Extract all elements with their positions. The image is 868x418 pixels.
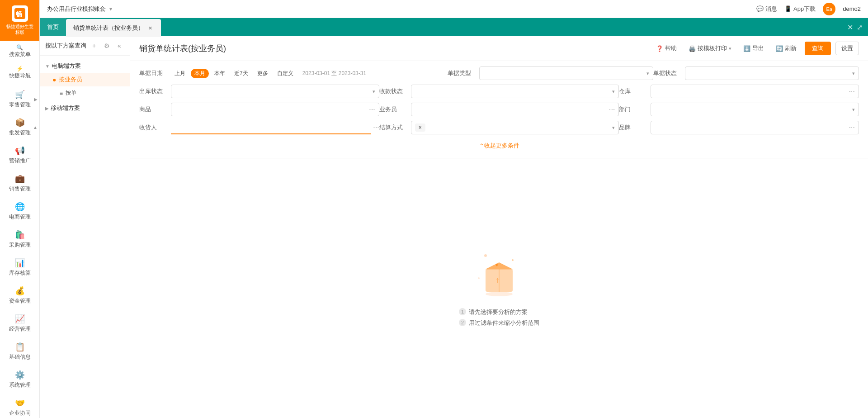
export-label: 导出 (752, 44, 764, 52)
product-dots-icon[interactable]: ··· (369, 105, 375, 114)
page-title: 销货单统计表(按业务员) (139, 43, 226, 54)
chevron-down-icon-3: ▾ (373, 89, 375, 95)
chevron-down-icon: ▾ (646, 71, 649, 76)
avatar-label: Ea (826, 6, 832, 12)
receiver-input[interactable] (171, 121, 371, 134)
filter-area: 单据日期 上月 本月 本年 近7天 更多 自定义 2023-03-01 至 20… (130, 61, 868, 158)
sidebar-item-retail[interactable]: 🛒 零售管理 ▶ (0, 85, 39, 113)
filter-row-1: 单据日期 上月 本月 本年 近7天 更多 自定义 2023-03-01 至 20… (139, 66, 859, 80)
refresh-label: 刷新 (785, 44, 797, 52)
sidebar-item-ecommerce[interactable]: 🌐 电商管理 (0, 197, 39, 225)
print-button[interactable]: 🖨️ 按模板打印 ▾ (685, 43, 735, 54)
receiver-dots-icon[interactable]: ··· (373, 124, 379, 132)
add-scheme-button[interactable]: + (89, 41, 99, 51)
workspace-title: 办公用品行业模拟账套 (47, 5, 106, 13)
date-tab-this-year[interactable]: 本年 (211, 69, 229, 78)
settings-button[interactable]: 设置 (835, 42, 859, 55)
svg-point-4 (478, 277, 480, 279)
svg-point-11 (486, 292, 513, 296)
tree-group-mobile-header[interactable]: ▶ 移动端方案 (40, 101, 130, 115)
main-content: ✦ ↑ 1 请先选择要分析的方案 2 (130, 158, 868, 418)
sidebar-item-shortcut[interactable]: ⚡ 快捷导航 (0, 62, 39, 83)
date-tab-7days[interactable]: 近7天 (231, 69, 252, 78)
tabbar: 首页 销货单统计表（按业务员） ✕ ✕ ⤢ (40, 18, 868, 36)
out-status-label: 出库状态 (139, 87, 171, 95)
message-button[interactable]: 💬 消息 (756, 5, 777, 13)
brand-select[interactable]: ··· (651, 121, 859, 134)
order-status-select[interactable]: ▾ (685, 66, 859, 80)
sidebar-item-operations[interactable]: 📈 经营管理 (0, 309, 39, 337)
tree-item-by-order[interactable]: ≡ 按单 (40, 86, 130, 100)
sidebar-item-basic[interactable]: 📋 基础信息 (0, 337, 39, 366)
sidebar-item-enterprise[interactable]: 🤝 企业协同 (0, 394, 39, 418)
system-icon: ⚙️ (15, 370, 25, 380)
sidebar-item-label: 系统管理 (9, 381, 31, 389)
filter-field-dept: 部门 ▾ (619, 103, 859, 116)
chevron-down-icon-2: ▾ (852, 71, 855, 76)
tab-report[interactable]: 销货单统计表（按业务员） ✕ (66, 19, 161, 37)
filter-field-warehouse: 仓库 ··· (619, 85, 859, 98)
refresh-button[interactable]: 🔄 刷新 (772, 43, 800, 54)
print-dropdown-icon: ▾ (729, 46, 731, 52)
wholesale-icon: 📦 (15, 118, 25, 128)
close-window-icon[interactable]: ✕ (847, 23, 853, 32)
sidebar-item-label: 零售管理 (9, 101, 31, 109)
export-icon: ⬇️ (743, 45, 750, 52)
message-icon: 💬 (756, 5, 764, 12)
finance-icon: 💰 (15, 286, 25, 296)
warehouse-dots-icon[interactable]: ··· (849, 87, 855, 95)
main-area: 办公用品行业模拟账套 ▾ 💬 消息 📱 App下载 Ea demo2 首页 销货… (40, 0, 868, 418)
tree-item-by-salesman[interactable]: ● 按业务员 (40, 73, 130, 86)
order-status-label: 单据状态 (653, 69, 685, 77)
sidebar-item-search[interactable]: 🔍 搜索菜单 (0, 41, 39, 62)
date-tab-more[interactable]: 更多 (254, 69, 272, 78)
salesman-select[interactable]: ··· (411, 103, 619, 116)
date-tab-last-month[interactable]: 上月 (171, 69, 189, 78)
help-button[interactable]: ❓ 帮助 (652, 43, 680, 54)
settlement-tag: × (415, 124, 425, 132)
scheme-settings-button[interactable]: ⚙ (102, 41, 112, 51)
sidebar-item-label: 经营管理 (9, 325, 31, 333)
sidebar: 畅 畅捷通好生意标版 🔍 搜索菜单 ⚡ 快捷导航 🛒 零售管理 ▶ 📦 批发管理… (0, 0, 40, 418)
warehouse-select[interactable]: ··· (651, 85, 859, 98)
tab-close-icon[interactable]: ✕ (146, 24, 154, 32)
product-select[interactable]: ··· (171, 103, 379, 116)
expand-window-icon[interactable]: ⤢ (857, 23, 863, 32)
tree-group-pc-header[interactable]: ▼ 电脑端方案 (40, 59, 130, 73)
sidebar-item-finance[interactable]: 💰 资金管理 (0, 281, 39, 309)
collapse-panel-button[interactable]: « (114, 41, 124, 51)
tree-group-pc-label: 电脑端方案 (52, 62, 81, 70)
avatar[interactable]: Ea (823, 3, 835, 15)
filter-field-receipt-status: 收款状态 ▾ (379, 85, 619, 98)
operations-icon: 📈 (15, 314, 25, 324)
order-type-select[interactable]: ▾ (479, 66, 653, 80)
app-download-button[interactable]: 📱 App下载 (784, 5, 816, 13)
date-tab-this-month[interactable]: 本月 (191, 69, 209, 78)
brand-dots-icon[interactable]: ··· (849, 124, 855, 132)
sidebar-item-inventory[interactable]: 📊 库存核算 (0, 253, 39, 281)
query-button[interactable]: 查询 (805, 42, 831, 55)
settlement-select[interactable]: × ▾ (411, 121, 619, 134)
left-panel-title: 按以下方案查询 (45, 42, 86, 50)
empty-hint-1: 1 请先选择要分析的方案 (459, 308, 539, 316)
out-status-select[interactable]: ▾ (171, 85, 379, 98)
shortcut-icon: ⚡ (16, 66, 23, 72)
dept-select[interactable]: ▾ (651, 103, 859, 116)
receipt-status-select[interactable]: ▾ (411, 85, 619, 98)
logo[interactable]: 畅 畅捷通好生意标版 (0, 0, 39, 41)
sidebar-item-purchase[interactable]: 🛍️ 采购管理 (0, 225, 39, 253)
workspace-dropdown[interactable]: ▾ (109, 6, 112, 12)
sidebar-item-marketing[interactable]: 📢 营销推广 (0, 141, 39, 169)
tab-home[interactable]: 首页 (40, 18, 66, 36)
page-header-actions: ❓ 帮助 🖨️ 按模板打印 ▾ ⬇️ 导出 � (652, 42, 859, 55)
print-icon: 🖨️ (689, 45, 696, 52)
help-icon: ❓ (656, 45, 663, 52)
sidebar-item-system[interactable]: ⚙️ 系统管理 (0, 366, 39, 394)
export-button[interactable]: ⬇️ 导出 (740, 43, 768, 54)
salesman-dots-icon[interactable]: ··· (609, 105, 615, 114)
date-tab-custom[interactable]: 自定义 (274, 69, 297, 78)
sidebar-item-label: 搜索菜单 (9, 51, 31, 58)
sidebar-item-wholesale[interactable]: 📦 批发管理 ▲ (0, 113, 39, 141)
collapse-filter-button[interactable]: ⌃ 收起更多条件 (139, 139, 859, 152)
sidebar-item-sales[interactable]: 💼 销售管理 (0, 169, 39, 197)
